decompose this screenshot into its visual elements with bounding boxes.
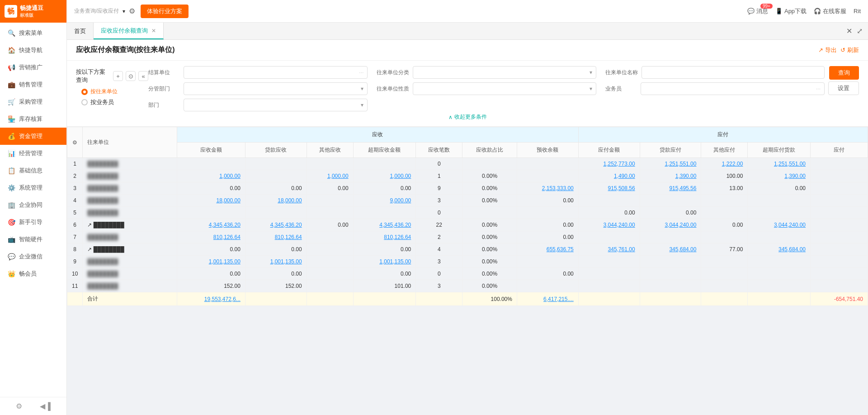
tab-close-icon[interactable]: ✕ [151, 28, 156, 34]
online-service-btn[interactable]: 🎧 在线客服 [814, 7, 846, 15]
partner-cell: ████████ [83, 207, 177, 219]
table-cell: 1,001,135.00 [177, 256, 245, 268]
sidebar-collapse-btn[interactable]: ◀▐ [40, 402, 50, 410]
sidebar-item-member[interactable]: 👑 畅会员 [0, 265, 66, 282]
unit-nature-input[interactable]: ▾ [413, 82, 596, 95]
table-cell: 1 [416, 170, 462, 182]
sidebar-item-quick-nav[interactable]: 🏠 快捷导航 [0, 42, 66, 59]
summary-payable-amount [578, 292, 640, 306]
table-cell: 9 [416, 182, 462, 195]
table-wrapper: ⚙ 往来单位 应收 应付 应收金额 贷款应收 其他应收 超期应收金额 应收笔数 [67, 127, 868, 415]
table-cell: 3,044,240.00 [640, 219, 701, 231]
query-button[interactable]: 查询 [829, 66, 859, 80]
sidebar-item-sales[interactable]: 💼 销售管理 [0, 76, 66, 93]
tab-bar: 首页 应收应付余额查询 ✕ ✕ ⤢ [67, 23, 868, 40]
scheme-add-btn[interactable]: + [113, 71, 123, 81]
logo-sub: 标准版 [20, 12, 43, 19]
table-cell: 0.00 [177, 243, 245, 256]
table-cell: 100.00 [701, 170, 748, 182]
messages-btn[interactable]: 💬 消息 99+ [747, 7, 768, 15]
field-settlement-unit: 结算单位 ··· [148, 66, 368, 79]
logo-main: 畅捷通豆 [20, 4, 43, 12]
sidebar-item-purchase[interactable]: 🛒 采购管理 [0, 93, 66, 110]
unit-nature-label: 往来单位性质 [377, 85, 409, 93]
radio-inner [83, 91, 86, 93]
online-service-label: 在线客服 [823, 7, 846, 15]
table-cell: 7 [67, 231, 83, 243]
table-cell [353, 158, 416, 170]
sidebar-item-enterprise[interactable]: 🏢 企业协同 [0, 196, 66, 214]
scheme-edit-btn[interactable]: ⊙ [126, 71, 136, 81]
sidebar-item-label: 畅会员 [19, 270, 37, 278]
promo-button[interactable]: 体验行业方案 [141, 5, 189, 18]
summary-payable-extra: -654,751.40 [811, 292, 868, 306]
main-area: 业务查询/应收应付 ▾ ⚙ 体验行业方案 💬 消息 99+ 📱 App下载 🎧 … [67, 0, 868, 415]
search-panel: 按以下方案查询 + ⊙ « 按往来单位 [67, 61, 868, 127]
table-cell: 0.00 [307, 182, 353, 195]
table-cell [811, 158, 868, 170]
scheme-option-by-unit[interactable]: 按往来单位 [81, 88, 148, 95]
sidebar-item-hardware[interactable]: 📺 智能硬件 [0, 231, 66, 248]
table-cell: 18,000.00 [245, 195, 307, 207]
user-avatar[interactable]: Rit [854, 8, 861, 14]
summary-loan-payable [640, 292, 701, 306]
sidebar-item-funds[interactable]: 💰 资金管理 [0, 128, 66, 145]
messages-icon: 💬 [747, 8, 755, 14]
table-cell: 0.00% [462, 256, 517, 268]
sidebar-item-marketing[interactable]: 📢 营销推广 [0, 59, 66, 76]
tab-expand-icon[interactable]: ⤢ [857, 27, 863, 35]
tab-home[interactable]: 首页 [67, 23, 94, 39]
settings-button[interactable]: 设置 [828, 81, 859, 95]
top-bar-right: 💬 消息 99+ 📱 App下载 🎧 在线客服 Rit [747, 7, 861, 15]
dropdown-arrow-icon: ▾ [590, 69, 592, 76]
settlement-unit-input[interactable]: ··· [184, 66, 368, 79]
tab-query[interactable]: 应收应付余额查询 ✕ [94, 23, 164, 39]
field-dept-manager: 分管部门 ▾ [148, 82, 368, 95]
table-row: 4████████18,000.0018,000.009,000.0030.00… [67, 195, 868, 207]
table-cell [701, 268, 748, 280]
table-cell: 3,044,240.00 [578, 219, 640, 231]
th-partner-unit: 往来单位 [83, 127, 177, 158]
gear-icon[interactable]: ⚙ [129, 7, 135, 15]
scheme-collapse-btn[interactable]: « [138, 71, 148, 81]
table-cell [177, 158, 245, 170]
collapse-button[interactable]: ∧ 收起更多条件 [448, 113, 487, 121]
table-cell: 2 [67, 170, 83, 182]
table-cell [811, 280, 868, 292]
table-cell [307, 231, 353, 243]
th-loan-payable: 贷款应付 [640, 143, 701, 158]
dept-input[interactable]: ▾ [184, 99, 368, 111]
refresh-label: 刷新 [847, 46, 859, 54]
table-cell: 0.00 [578, 207, 640, 219]
top-bar-dropdown[interactable]: ▾ [123, 8, 125, 14]
th-payable-amount: 应付金额 [578, 143, 640, 158]
export-button[interactable]: ↗ 导出 [818, 46, 837, 54]
sidebar-item-search-menu[interactable]: 🔍 搜索菜单 [0, 24, 66, 42]
scheme-option-by-staff[interactable]: 按业务员 [81, 98, 148, 106]
tab-close-all-icon[interactable]: ✕ [846, 27, 852, 35]
unit-category-input[interactable]: ▾ [413, 66, 596, 79]
sidebar-item-operations[interactable]: 📊 经营管理 [0, 145, 66, 162]
sidebar-item-inventory[interactable]: 🏪 库存核算 [0, 110, 66, 128]
search-fields: 结算单位 ··· 往来单位分类 ▾ [148, 66, 825, 111]
table-scroll-container[interactable]: ⚙ 往来单位 应收 应付 应收金额 贷款应收 其他应收 超期应收金额 应收笔数 [67, 127, 868, 415]
sidebar-item-basic-info[interactable]: 📋 基础信息 [0, 162, 66, 179]
table-row: 2████████1,000.001,000.001,000.0010.00%1… [67, 170, 868, 182]
sidebar-settings-btn[interactable]: ⚙ [16, 402, 22, 410]
salesman-input[interactable]: ··· [641, 82, 825, 95]
th-receivable-ratio: 应收款占比 [462, 143, 517, 158]
table-cell [578, 256, 640, 268]
th-settings[interactable]: ⚙ [67, 127, 83, 158]
sidebar-item-wechat[interactable]: 💬 企业微信 [0, 248, 66, 265]
table-cell: 0.00 [517, 195, 578, 207]
sidebar-item-guide[interactable]: 🎯 新手引导 [0, 214, 66, 231]
guide-icon: 🎯 [7, 218, 15, 226]
partner-cell: ████████ [83, 256, 177, 268]
table-cell: 915,495.56 [640, 182, 701, 195]
unit-name-input[interactable] [642, 66, 825, 79]
table-cell: 3 [416, 280, 462, 292]
refresh-button[interactable]: ↺ 刷新 [840, 46, 859, 54]
dept-manager-input[interactable]: ▾ [184, 82, 368, 95]
app-download-btn[interactable]: 📱 App下载 [775, 7, 807, 15]
sidebar-item-system[interactable]: ⚙️ 系统管理 [0, 179, 66, 196]
